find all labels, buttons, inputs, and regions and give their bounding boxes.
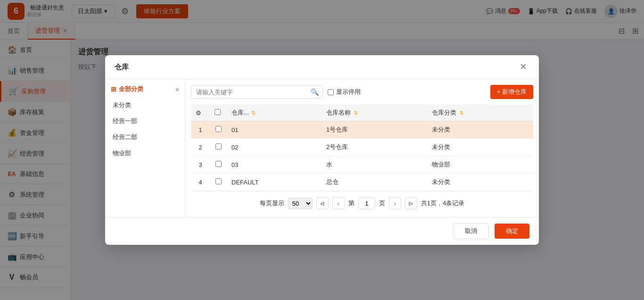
td-check-4[interactable] bbox=[210, 174, 227, 191]
first-page-button[interactable]: ⊲ bbox=[316, 197, 329, 209]
th-check bbox=[210, 105, 227, 121]
confirm-button[interactable]: 确定 bbox=[495, 224, 529, 239]
modal-title: 仓库 bbox=[115, 63, 129, 72]
td-name-2: 2号仓库 bbox=[322, 139, 427, 156]
sort-category-icon[interactable]: ⇅ bbox=[459, 110, 463, 116]
page-number-input[interactable] bbox=[358, 197, 375, 209]
warehouse-modal: 仓库 ✕ ⊞ 全部分类 « 未分类 经营一部 bbox=[105, 55, 539, 245]
sort-name-icon[interactable]: ⇅ bbox=[354, 110, 358, 116]
td-category-4: 未分类 bbox=[427, 174, 533, 191]
td-name-3: 水 bbox=[322, 156, 427, 174]
sort-code-icon[interactable]: ⇅ bbox=[251, 110, 256, 116]
th-settings: ⚙ bbox=[191, 105, 210, 121]
show-disabled-checkbox[interactable] bbox=[328, 89, 334, 95]
td-no-1: 1 bbox=[191, 121, 210, 139]
category-collapse-button[interactable]: « bbox=[175, 85, 179, 93]
show-disabled-checkbox-label[interactable]: 显示停用 bbox=[328, 88, 361, 96]
td-no-3: 3 bbox=[191, 156, 210, 174]
next-page-button[interactable]: › bbox=[389, 197, 401, 209]
warehouse-table: ⚙ 仓库... ⇅ 仓库名称 ⇅ bbox=[191, 105, 533, 191]
table-row[interactable]: 2 02 2号仓库 未分类 bbox=[191, 139, 533, 156]
modal-body: ⊞ 全部分类 « 未分类 经营一部 经营二部 物业部 bbox=[105, 79, 539, 217]
grid-icon: ⊞ bbox=[111, 85, 116, 93]
settings-icon: ⚙ bbox=[196, 109, 201, 117]
table-row[interactable]: 4 DEFAULT 总仓 未分类 bbox=[191, 174, 533, 191]
td-check-3[interactable] bbox=[210, 156, 227, 174]
table-toolbar: 🔍 显示停用 + 新增仓库 bbox=[191, 85, 533, 99]
search-box: 🔍 bbox=[191, 85, 323, 99]
select-all-checkbox[interactable] bbox=[215, 109, 221, 115]
category-panel: ⊞ 全部分类 « 未分类 经营一部 经营二部 物业部 bbox=[105, 79, 185, 217]
td-name-1: 1号仓库 bbox=[322, 121, 427, 139]
total-info: 共1页，4条记录 bbox=[421, 199, 464, 208]
td-category-2: 未分类 bbox=[427, 139, 533, 156]
td-category-1: 未分类 bbox=[427, 121, 533, 139]
th-name: 仓库名称 ⇅ bbox=[322, 105, 427, 121]
category-item-unclassified[interactable]: 未分类 bbox=[105, 97, 185, 113]
modal-header: 仓库 ✕ bbox=[105, 55, 539, 79]
last-page-button[interactable]: ⊳ bbox=[405, 197, 417, 209]
td-code-2: 02 bbox=[227, 139, 322, 156]
td-category-3: 物业部 bbox=[427, 156, 533, 174]
td-name-4: 总仓 bbox=[322, 174, 427, 191]
category-header-label: 全部分类 bbox=[119, 85, 143, 93]
th-code: 仓库... ⇅ bbox=[227, 105, 322, 121]
category-header: ⊞ 全部分类 « bbox=[105, 85, 185, 97]
row-checkbox-1[interactable] bbox=[215, 126, 222, 132]
td-code-3: 03 bbox=[227, 156, 322, 174]
add-warehouse-button[interactable]: + 新增仓库 bbox=[490, 85, 533, 99]
category-item-property[interactable]: 物业部 bbox=[105, 145, 185, 161]
td-check-2[interactable] bbox=[210, 139, 227, 156]
table-row[interactable]: 3 03 水 物业部 bbox=[191, 156, 533, 174]
page-label: 第 bbox=[348, 199, 355, 208]
page-unit: 页 bbox=[379, 199, 385, 208]
table-body: 1 01 1号仓库 未分类 2 02 2号仓库 未分类 bbox=[191, 121, 533, 191]
table-panel: 🔍 显示停用 + 新增仓库 ⚙ bbox=[185, 79, 539, 217]
modal-overlay: 仓库 ✕ ⊞ 全部分类 « 未分类 经营一部 bbox=[0, 0, 644, 300]
table-row[interactable]: 1 01 1号仓库 未分类 bbox=[191, 121, 533, 139]
category-item-dept1[interactable]: 经营一部 bbox=[105, 113, 185, 129]
modal-footer: 取消 确定 bbox=[105, 217, 539, 245]
category-item-dept2[interactable]: 经营二部 bbox=[105, 129, 185, 145]
cancel-button[interactable]: 取消 bbox=[453, 223, 489, 239]
td-code-4: DEFAULT bbox=[227, 174, 322, 191]
table-header: ⚙ 仓库... ⇅ 仓库名称 ⇅ bbox=[191, 105, 533, 121]
search-input[interactable] bbox=[191, 86, 307, 98]
prev-page-button[interactable]: ‹ bbox=[332, 197, 345, 209]
td-no-2: 2 bbox=[191, 139, 210, 156]
per-page-select[interactable]: 50 10 20 100 bbox=[288, 198, 313, 209]
show-disabled-label: 显示停用 bbox=[336, 88, 361, 96]
td-no-4: 4 bbox=[191, 174, 210, 191]
per-page-label: 每页显示 bbox=[260, 199, 284, 208]
pagination-row: 每页显示 50 10 20 100 ⊲ ‹ 第 页 › ⊳ 共1页，4条记录 bbox=[191, 191, 533, 211]
row-checkbox-3[interactable] bbox=[215, 161, 222, 167]
search-button[interactable]: 🔍 bbox=[307, 86, 322, 98]
row-checkbox-2[interactable] bbox=[215, 143, 222, 150]
modal-close-button[interactable]: ✕ bbox=[517, 62, 529, 72]
row-checkbox-4[interactable] bbox=[215, 178, 222, 184]
th-category: 仓库分类 ⇅ bbox=[427, 105, 533, 121]
td-check-1[interactable] bbox=[210, 121, 227, 139]
td-code-1: 01 bbox=[227, 121, 322, 139]
